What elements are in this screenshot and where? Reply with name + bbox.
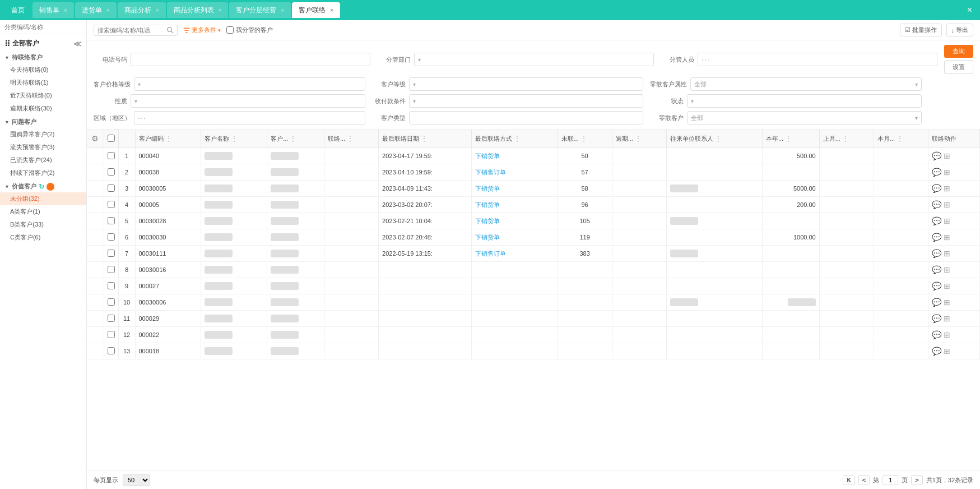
- chat-icon-4[interactable]: 💬: [932, 216, 941, 225]
- row-select-11[interactable]: [108, 331, 115, 338]
- nav-tab-customer-segment[interactable]: 客户分层经营×: [229, 2, 291, 18]
- refresh-icon[interactable]: ↻: [39, 183, 44, 191]
- sidebar-group-label-1[interactable]: ▼ 问题客户: [0, 115, 86, 128]
- close-all-button[interactable]: ×: [964, 5, 976, 15]
- type-sort-icon[interactable]: ⋮: [289, 134, 297, 143]
- row-select-1[interactable]: [108, 168, 115, 176]
- row-checkbox-1[interactable]: [104, 164, 118, 181]
- chat-icon-9[interactable]: 💬: [932, 298, 941, 307]
- sidebar-item-2-0[interactable]: 未分组(32): [0, 192, 86, 205]
- grid-icon-0[interactable]: ⊞: [944, 151, 950, 160]
- last-way-link-4[interactable]: 下销货单: [475, 218, 500, 224]
- grid-icon-9[interactable]: ⊞: [944, 298, 950, 307]
- grid-icon-6[interactable]: ⊞: [944, 249, 950, 258]
- row-select-2[interactable]: [108, 184, 115, 192]
- row-select-8[interactable]: [108, 282, 115, 289]
- row-checkbox-3[interactable]: [104, 197, 118, 213]
- grid-icon-1[interactable]: ⊞: [944, 168, 950, 177]
- row-checkbox-4[interactable]: [104, 213, 118, 229]
- sidebar-item-1-1[interactable]: 流失预警客户(3): [0, 141, 86, 154]
- row-checkbox-8[interactable]: [104, 278, 118, 294]
- nav-tab-product-analysis-list[interactable]: 商品分析列表×: [167, 2, 229, 18]
- row-select-5[interactable]: [108, 233, 115, 241]
- row-checkbox-12[interactable]: [104, 343, 118, 359]
- grid-icon-2[interactable]: ⊞: [944, 184, 950, 193]
- code-sort-icon[interactable]: ⋮: [165, 134, 173, 143]
- nav-tab-home[interactable]: 首页: [4, 2, 31, 18]
- chat-icon-7[interactable]: 💬: [932, 265, 941, 274]
- row-checkbox-10[interactable]: [104, 311, 118, 327]
- chat-icon-10[interactable]: 💬: [932, 314, 941, 323]
- chat-icon-3[interactable]: 💬: [932, 200, 941, 209]
- reset-button[interactable]: 设置: [944, 60, 973, 74]
- nav-tab-product-analysis[interactable]: 商品分析×: [118, 2, 166, 18]
- last-way-link-1[interactable]: 下销售订单: [475, 169, 506, 176]
- last-date-sort-icon[interactable]: ⋮: [420, 134, 428, 143]
- nav-tab-close-product-analysis[interactable]: ×: [156, 7, 159, 13]
- sidebar-item-1-3[interactable]: 持续下滑客户(2): [0, 167, 86, 179]
- nav-tab-close-sales[interactable]: ×: [64, 7, 67, 13]
- settings-column-header[interactable]: ⚙: [87, 130, 104, 148]
- chat-icon-12[interactable]: 💬: [932, 347, 941, 356]
- last-month-sort-icon[interactable]: ⋮: [842, 134, 849, 143]
- nav-tab-close-customer-contact[interactable]: ×: [330, 7, 333, 13]
- my-customers-checkbox[interactable]: [226, 26, 234, 34]
- nav-tab-customer-contact[interactable]: 客户联络×: [292, 2, 340, 18]
- nav-tab-purchase[interactable]: 进货单×: [75, 2, 117, 18]
- filter-search-input[interactable]: [97, 27, 165, 34]
- sidebar-item-0-2[interactable]: 近7天待联络(0): [0, 89, 86, 102]
- row-checkbox-9[interactable]: [104, 294, 118, 311]
- batch-operation-button[interactable]: ☑ 批量操作: [900, 24, 942, 36]
- chat-icon-0[interactable]: 💬: [932, 151, 941, 160]
- grid-icon-7[interactable]: ⊞: [944, 265, 950, 274]
- grid-icon-8[interactable]: ⊞: [944, 282, 950, 290]
- chat-icon-6[interactable]: 💬: [932, 249, 941, 258]
- last-way-link-3[interactable]: 下销货单: [475, 201, 500, 208]
- contact-person-sort-icon[interactable]: ⋮: [714, 134, 722, 143]
- sidebar-item-0-3[interactable]: 逾期未联络(30): [0, 102, 86, 115]
- collapse-icon[interactable]: ≪: [73, 39, 82, 48]
- filter-retail-attr-input[interactable]: 全部 ▾: [690, 77, 922, 91]
- sidebar-item-2-3[interactable]: C类客户(6): [0, 231, 86, 244]
- my-customers-checkbox-container[interactable]: 我分管的客户: [226, 26, 273, 34]
- this-year-sort-icon[interactable]: ⋮: [784, 134, 792, 143]
- filter-nature-input[interactable]: ▾: [131, 94, 365, 108]
- sidebar-item-1-2[interactable]: 已流失客户(24): [0, 154, 86, 167]
- grid-icon-10[interactable]: ⊞: [944, 314, 950, 323]
- sidebar-group-label-2[interactable]: ▼ 价值客户↻: [0, 179, 86, 192]
- chat-icon-1[interactable]: 💬: [932, 168, 941, 177]
- row-select-10[interactable]: [108, 315, 115, 322]
- page-size-select[interactable]: 2050100: [123, 474, 150, 486]
- filter-region-input[interactable]: ···: [134, 111, 365, 124]
- nav-tab-sales[interactable]: 销售单×: [32, 2, 74, 18]
- more-conditions-button[interactable]: 更多条件 ▾: [183, 26, 221, 34]
- chat-icon-11[interactable]: 💬: [932, 330, 941, 339]
- row-select-4[interactable]: [108, 217, 115, 224]
- row-select-6[interactable]: [108, 250, 115, 257]
- export-button[interactable]: ↓ 导出: [946, 24, 974, 36]
- name-sort-icon[interactable]: ⋮: [230, 134, 238, 143]
- checkbox-column-header[interactable]: [104, 130, 118, 148]
- sidebar-item-2-1[interactable]: A类客户(1): [0, 205, 86, 218]
- filter-customer-level-input[interactable]: ▾: [409, 77, 644, 91]
- grid-icon-11[interactable]: ⊞: [944, 330, 950, 339]
- row-select-9[interactable]: [108, 298, 115, 306]
- page-number-input[interactable]: [883, 475, 898, 485]
- row-checkbox-7[interactable]: [104, 262, 118, 278]
- sidebar-item-2-2[interactable]: B类客户(33): [0, 218, 86, 231]
- sidebar-item-1-0[interactable]: 囤购异常客户(2): [0, 128, 86, 141]
- filter-dept-input[interactable]: ▾: [414, 53, 654, 66]
- row-select-7[interactable]: [108, 266, 115, 273]
- last-way-link-5[interactable]: 下销货单: [475, 234, 500, 241]
- overdue-sort-icon[interactable]: ⋮: [634, 134, 642, 143]
- filter-payment-input[interactable]: ▾: [409, 94, 644, 108]
- this-month-sort-icon[interactable]: ⋮: [896, 134, 904, 143]
- query-button[interactable]: 查询: [944, 45, 973, 58]
- prev-page-button[interactable]: <: [858, 475, 870, 485]
- chat-icon-5[interactable]: 💬: [932, 233, 941, 242]
- not-contacted-sort-icon[interactable]: ⋮: [580, 134, 588, 143]
- sidebar-search-input[interactable]: [4, 24, 82, 30]
- row-select-3[interactable]: [108, 201, 115, 208]
- grid-icon-12[interactable]: ⊞: [944, 347, 950, 356]
- contact-sort-icon[interactable]: ⋮: [346, 134, 354, 143]
